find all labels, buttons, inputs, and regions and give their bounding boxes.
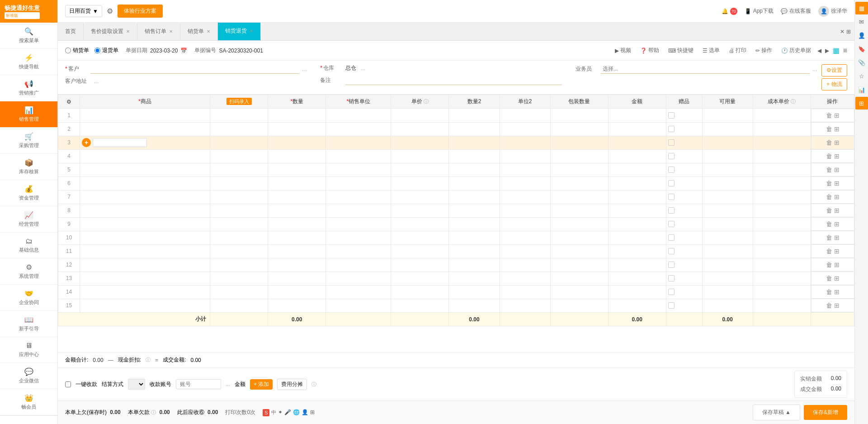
print-btn[interactable]: 🖨 打印: [726, 45, 749, 56]
row-15-quantity[interactable]: [268, 299, 326, 313]
row-11-product[interactable]: [80, 244, 210, 258]
gift-checkbox-15[interactable]: [668, 302, 675, 309]
row-4-gift[interactable]: [666, 149, 702, 163]
account-input[interactable]: [176, 379, 221, 389]
gift-checkbox-12[interactable]: [668, 262, 675, 268]
row-15-amount[interactable]: [608, 299, 666, 313]
grid-view-icon[interactable]: ▦: [833, 46, 840, 55]
row-12-quantity[interactable]: [268, 258, 326, 272]
gift-checkbox-10[interactable]: [668, 234, 675, 241]
radio-delivery-input[interactable]: [65, 48, 71, 53]
sidebar-item-finance[interactable]: 💰 资金管理: [0, 180, 57, 206]
row-9-unit2[interactable]: [500, 217, 550, 231]
row-5-sales-unit[interactable]: [326, 163, 391, 176]
warehouse-ellipsis[interactable]: ...: [361, 65, 365, 71]
fee-split-btn[interactable]: 费用分摊: [277, 379, 307, 390]
gift-checkbox-7[interactable]: [668, 194, 675, 200]
gift-checkbox-9[interactable]: [668, 221, 675, 227]
row-7-quantity[interactable]: [268, 190, 326, 204]
close-tab-icon[interactable]: ✕: [840, 29, 844, 35]
row-10-unit-price[interactable]: [391, 231, 449, 244]
row-10-cost-price[interactable]: [753, 231, 811, 244]
one-click-payment-checkbox[interactable]: [65, 381, 71, 387]
row-15-quantity2[interactable]: [449, 299, 500, 313]
row-4-quantity2[interactable]: [449, 149, 500, 163]
row-13-package-qty[interactable]: [550, 272, 608, 285]
row-12-package-qty[interactable]: [550, 258, 608, 272]
row-14-unit2[interactable]: [500, 285, 550, 299]
row-9-cost-price[interactable]: [753, 217, 811, 231]
row-14-product[interactable]: [80, 285, 210, 299]
right-panel-qr-icon[interactable]: ⊞: [855, 97, 868, 110]
tab-home[interactable]: 首页: [58, 23, 84, 40]
sidebar-item-apps[interactable]: 🖥 应用中心: [0, 337, 57, 363]
customer-ellipsis[interactable]: ...: [302, 66, 307, 72]
row-7-package-qty[interactable]: [550, 190, 608, 204]
product-input-${i}[interactable]: [93, 138, 147, 147]
note-input[interactable]: [345, 76, 561, 85]
sidebar-item-wechat[interactable]: 💬 企业微信: [0, 363, 57, 389]
row-4-available[interactable]: [702, 149, 753, 163]
row-4-product[interactable]: [80, 149, 210, 163]
row-12-quantity2[interactable]: [449, 258, 500, 272]
copy-icon-11[interactable]: ⊞: [834, 248, 840, 255]
row-7-cost-price[interactable]: [753, 190, 811, 204]
row-7-unit2[interactable]: [500, 190, 550, 204]
row-1-gift[interactable]: [666, 109, 702, 123]
row-9-unit-price[interactable]: [391, 217, 449, 231]
row-2-gift[interactable]: [666, 122, 702, 136]
video-btn[interactable]: ▶ 视频: [612, 45, 634, 56]
row-8-quantity[interactable]: [268, 204, 326, 217]
row-8-amount[interactable]: [608, 204, 666, 217]
user-avatar-item[interactable]: 👤 徐泽华: [818, 6, 847, 17]
settings-side-btn[interactable]: ⚙设置: [821, 64, 847, 76]
row-7-gift[interactable]: [666, 190, 702, 204]
row-14-quantity[interactable]: [268, 285, 326, 299]
row-9-gift[interactable]: [666, 217, 702, 231]
row-8-unit-price[interactable]: [391, 204, 449, 217]
row-1-amount[interactable]: [608, 109, 666, 123]
logistics-side-btn[interactable]: + 物流: [821, 78, 847, 91]
right-panel-msg-icon[interactable]: ✉: [855, 15, 868, 28]
tab-sales-order[interactable]: 销售订单 ✕: [137, 23, 180, 40]
copy-icon-6[interactable]: ⊞: [834, 180, 840, 187]
row-10-package-qty[interactable]: [550, 231, 608, 244]
row-3-gift[interactable]: [666, 136, 702, 149]
row-9-sales-unit[interactable]: [326, 217, 391, 231]
row-6-cost-price[interactable]: [753, 176, 811, 190]
row-2-package-qty[interactable]: [550, 122, 608, 136]
row-2-quantity2[interactable]: [449, 122, 500, 136]
delete-icon-1[interactable]: 🗑: [826, 112, 832, 119]
gift-checkbox-2[interactable]: [668, 126, 675, 132]
gift-checkbox-4[interactable]: [668, 153, 675, 159]
row-1-unit-price[interactable]: [391, 109, 449, 123]
delete-icon-7[interactable]: 🗑: [826, 193, 832, 200]
row-13-cost-price[interactable]: [753, 272, 811, 285]
row-6-gift[interactable]: [666, 176, 702, 190]
row-6-quantity2[interactable]: [449, 176, 500, 190]
row-9-quantity[interactable]: [268, 217, 326, 231]
row-12-unit-price[interactable]: [391, 258, 449, 272]
row-10-sales-unit[interactable]: [326, 231, 391, 244]
row-6-product[interactable]: [80, 176, 210, 190]
row-7-sales-unit[interactable]: [326, 190, 391, 204]
sidebar-collapse-btn[interactable]: ◀: [38, 419, 48, 424]
row-4-unit2[interactable]: [500, 149, 550, 163]
sidebar-item-member[interactable]: 👑 畅会员: [0, 389, 57, 415]
row-1-quantity[interactable]: [268, 109, 326, 123]
shortcut-btn[interactable]: ⌨ 快捷键: [665, 45, 696, 56]
row-13-unit2[interactable]: [500, 272, 550, 285]
sidebar-item-guide[interactable]: 📖 新手引导: [0, 311, 57, 337]
row-13-quantity2[interactable]: [449, 272, 500, 285]
row-8-unit2[interactable]: [500, 204, 550, 217]
row-11-gift[interactable]: [666, 244, 702, 258]
row-2-unit-price[interactable]: [391, 122, 449, 136]
row-6-sales-unit[interactable]: [326, 176, 391, 190]
delete-icon-3[interactable]: 🗑: [826, 139, 832, 146]
gift-checkbox-13[interactable]: [668, 275, 675, 281]
row-14-gift[interactable]: [666, 285, 702, 299]
row-11-unit2[interactable]: [500, 244, 550, 258]
row-13-sales-unit[interactable]: [326, 272, 391, 285]
prev-icon[interactable]: ◀: [817, 48, 821, 54]
sidebar-item-marketing[interactable]: 📢 营销推广: [0, 75, 57, 101]
